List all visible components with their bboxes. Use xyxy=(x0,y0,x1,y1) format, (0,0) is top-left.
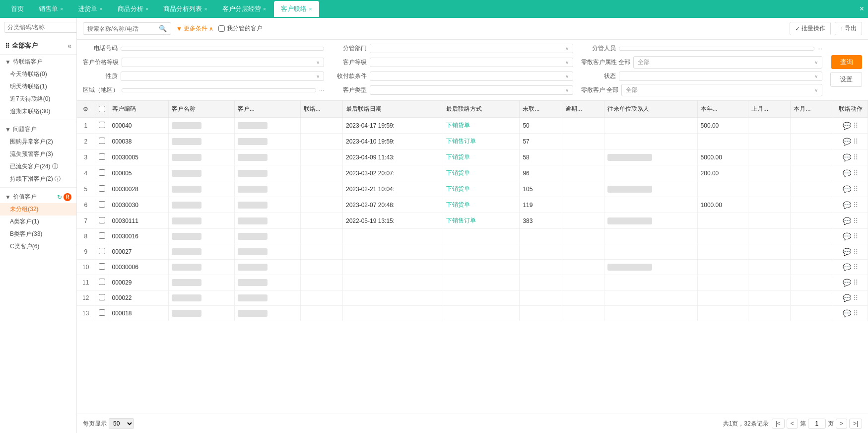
last-page-button[interactable]: >| xyxy=(849,419,862,429)
filter-payment-select[interactable]: ∨ xyxy=(370,72,573,81)
row-checkbox[interactable] xyxy=(99,122,105,128)
tab-sales-close[interactable]: × xyxy=(60,6,63,12)
sidebar-item-overdue-pending[interactable]: 逾期未联络(30) xyxy=(0,105,76,118)
filter-dept-select[interactable]: ∨ xyxy=(370,44,573,53)
page-input[interactable] xyxy=(808,419,826,429)
sidebar-section-pending[interactable]: ▼ 待联络客户 xyxy=(0,55,76,68)
sidebar-section-value[interactable]: ▼ 价值客户 ↻ R xyxy=(0,190,76,203)
apps-icon[interactable]: ⠿ xyxy=(853,248,858,256)
filter-phone-input[interactable] xyxy=(121,47,324,51)
tab-analysis-list-close[interactable]: × xyxy=(204,6,207,12)
th-last-contact-date[interactable]: 最后联络日期 xyxy=(343,101,443,118)
sidebar-item-today-pending[interactable]: 今天待联络(0) xyxy=(0,68,76,80)
window-close-icon[interactable]: × xyxy=(860,4,864,13)
last-contact-way-link[interactable]: 下销售订单 xyxy=(446,217,476,224)
chat-icon[interactable]: 💬 xyxy=(843,294,851,302)
row-checkbox[interactable] xyxy=(99,279,105,285)
export-button[interactable]: ↑ 导出 xyxy=(835,22,862,35)
th-partner-contact[interactable]: 往来单位联系人 xyxy=(604,101,697,118)
prev-page-button[interactable]: < xyxy=(787,419,798,429)
row-checkbox[interactable] xyxy=(99,201,105,208)
tab-analysis-list[interactable]: 商品分析列表 × xyxy=(156,1,214,17)
sidebar-item-tomorrow-pending[interactable]: 明天待联络(1) xyxy=(0,80,76,93)
filter-more-conditions[interactable]: ▼ 更多条件 ∧ xyxy=(176,24,213,33)
row-checkbox[interactable] xyxy=(99,294,105,300)
filter-customer-type-select[interactable]: ∨ xyxy=(370,85,573,95)
filter-status-select[interactable]: ∨ xyxy=(619,72,822,81)
apps-icon[interactable]: ⠿ xyxy=(853,217,858,225)
sidebar-item-a-class[interactable]: A类客户(1) xyxy=(0,216,76,228)
filter-price-level-select[interactable]: ∨ xyxy=(122,58,324,67)
tab-sales[interactable]: 销售单 × xyxy=(32,1,70,17)
sidebar-item-week-pending[interactable]: 近7天待联络(0) xyxy=(0,93,76,105)
th-this-month[interactable]: 本月... xyxy=(791,101,833,118)
apps-icon[interactable]: ⠿ xyxy=(853,201,858,209)
sidebar-item-lost[interactable]: 已流失客户(24) ⓘ xyxy=(0,160,76,173)
th-overdue[interactable]: 逾期... xyxy=(562,101,604,118)
refresh-icon[interactable]: ↻ xyxy=(57,194,62,201)
row-checkbox[interactable] xyxy=(99,263,105,270)
chat-icon[interactable]: 💬 xyxy=(843,309,851,317)
tab-purchase[interactable]: 进货单 × xyxy=(71,1,109,17)
chat-icon[interactable]: 💬 xyxy=(843,122,851,130)
tab-analysis-close[interactable]: × xyxy=(145,6,148,12)
th-name[interactable]: 客户名称 xyxy=(169,101,235,118)
apps-icon[interactable]: ⠿ xyxy=(853,122,858,130)
last-contact-way-link[interactable]: 下销售订单 xyxy=(446,138,476,144)
sidebar-all-customers[interactable]: ⠿ 全部客户 « xyxy=(0,37,76,55)
tab-customer-contact-close[interactable]: × xyxy=(309,6,312,12)
next-page-button[interactable]: > xyxy=(836,419,847,429)
th-no-contact[interactable]: 未联... xyxy=(520,101,562,118)
apps-icon[interactable]: ⠿ xyxy=(853,309,858,317)
sidebar-search-input[interactable] xyxy=(4,22,77,33)
chat-icon[interactable]: 💬 xyxy=(843,232,851,240)
th-code[interactable]: 客户编码 xyxy=(109,101,169,118)
row-checkbox[interactable] xyxy=(99,232,105,239)
row-checkbox[interactable] xyxy=(99,169,105,176)
select-all-checkbox[interactable] xyxy=(99,106,105,112)
filter-nature-select[interactable]: ∨ xyxy=(121,72,324,81)
sidebar-item-c-class[interactable]: C类客户(6) xyxy=(0,240,76,253)
row-checkbox[interactable] xyxy=(99,309,105,316)
chat-icon[interactable]: 💬 xyxy=(843,263,851,271)
apps-icon[interactable]: ⠿ xyxy=(853,169,858,177)
filter-manager-select[interactable] xyxy=(619,47,814,51)
chat-icon[interactable]: 💬 xyxy=(843,153,851,161)
apps-icon[interactable]: ⠿ xyxy=(853,138,858,145)
tab-customer-contact[interactable]: 客户联络 × xyxy=(274,1,319,17)
tab-analysis[interactable]: 商品分析 × xyxy=(111,1,155,17)
filter-retail-attr-select[interactable]: 全部 ∨ xyxy=(633,56,822,69)
per-page-select[interactable]: 50 100 xyxy=(109,418,134,429)
apps-icon[interactable]: ⠿ xyxy=(853,263,858,271)
last-contact-way-link[interactable]: 下销货单 xyxy=(446,169,470,176)
chat-icon[interactable]: 💬 xyxy=(843,138,851,145)
apps-icon[interactable]: ⠿ xyxy=(853,279,858,287)
chat-icon[interactable]: 💬 xyxy=(843,279,851,287)
sidebar-item-ungroup[interactable]: 未分组(32) xyxy=(0,203,76,216)
apps-icon[interactable]: ⠿ xyxy=(853,185,858,193)
th-category[interactable]: 客户... xyxy=(234,101,300,118)
row-checkbox[interactable] xyxy=(99,217,105,223)
filter-region-select[interactable] xyxy=(122,88,316,92)
chat-icon[interactable]: 💬 xyxy=(843,185,851,193)
row-checkbox[interactable] xyxy=(99,248,105,254)
query-button[interactable]: 查询 xyxy=(831,55,862,69)
th-contact[interactable]: 联络... xyxy=(300,101,342,118)
filter-search-input[interactable] xyxy=(87,25,157,32)
filter-search-icon[interactable]: 🔍 xyxy=(159,25,167,32)
apps-icon[interactable]: ⠿ xyxy=(853,294,858,302)
sidebar-item-declining[interactable]: 持续下滑客户(2) ⓘ xyxy=(0,173,76,185)
batch-operation-button[interactable]: ✓ 批量操作 xyxy=(790,22,831,35)
sidebar-section-problem[interactable]: ▼ 问题客户 xyxy=(0,122,76,136)
sidebar-item-churn-warning[interactable]: 流失预警客户(3) xyxy=(0,148,76,160)
first-page-button[interactable]: |< xyxy=(772,419,785,429)
tab-home[interactable]: 首页 xyxy=(4,1,31,17)
chat-icon[interactable]: 💬 xyxy=(843,248,851,256)
tab-purchase-close[interactable]: × xyxy=(99,6,102,12)
apps-icon[interactable]: ⠿ xyxy=(853,153,858,161)
row-checkbox[interactable] xyxy=(99,185,105,192)
my-customers-checkbox-label[interactable]: 我分管的客户 xyxy=(218,24,263,33)
row-checkbox[interactable] xyxy=(99,153,105,160)
sidebar-collapse-icon[interactable]: « xyxy=(67,42,71,50)
last-contact-way-link[interactable]: 下销货单 xyxy=(446,201,470,208)
